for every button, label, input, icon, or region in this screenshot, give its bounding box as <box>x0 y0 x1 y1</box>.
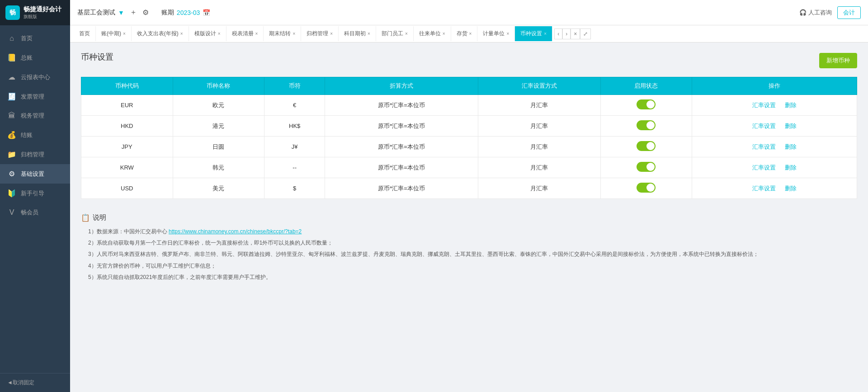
toggle-0[interactable] <box>637 99 656 109</box>
tab-close-unit[interactable]: × <box>506 31 509 36</box>
tab-currency[interactable]: 币种设置× <box>515 26 552 41</box>
note-link[interactable]: https://www.chinamoney.com.cn/chinese/bk… <box>169 228 302 235</box>
cell-name-0: 欧元 <box>173 95 264 116</box>
tab-close-income[interactable]: × <box>180 31 183 36</box>
cell-rate-method-0: 月汇率 <box>478 95 600 116</box>
sidebar-item-guide[interactable]: 🔰 新手引导 <box>0 184 70 203</box>
toggle-circle-3 <box>646 163 655 171</box>
toggle-3[interactable] <box>637 162 656 172</box>
tab-close-balance[interactable]: × <box>123 31 126 36</box>
settings-icon[interactable]: ⚙ <box>142 8 149 17</box>
sidebar-label-archive: 归档管理 <box>21 151 44 159</box>
table-header-cell: 折算方式 <box>325 77 478 95</box>
tabbar: 首页账(中期)×收入支出表(年报)×模版设计×税表清册×期末结转×归档管理×科目… <box>70 25 868 43</box>
tab-close-all-btn[interactable]: × <box>571 28 580 39</box>
tab-close-currency[interactable]: × <box>544 31 547 36</box>
sidebar-item-checkout[interactable]: 💰 结账 <box>0 125 70 145</box>
tab-close-partner[interactable]: × <box>443 31 445 36</box>
cell-enabled-4[interactable] <box>600 178 692 199</box>
tab-close-period_end[interactable]: × <box>292 31 295 36</box>
cell-name-2: 日圆 <box>173 137 264 157</box>
rate-setting-link-3[interactable]: 汇率设置 <box>752 164 776 171</box>
cell-rate-method-1: 月汇率 <box>478 116 600 137</box>
toggle-circle-4 <box>646 184 655 192</box>
cell-enabled-2[interactable] <box>600 137 692 157</box>
tab-unit[interactable]: 计量单位× <box>477 26 515 41</box>
note-header: 📋 说明 <box>81 213 857 222</box>
cell-enabled-1[interactable] <box>600 116 692 137</box>
tab-partner[interactable]: 往来单位× <box>414 26 451 41</box>
tab-label-stock: 存货 <box>457 30 467 38</box>
pin-label: ◄取消固定 <box>7 379 34 387</box>
toggle-1[interactable] <box>637 120 656 130</box>
tab-stock[interactable]: 存货× <box>451 26 478 41</box>
content-area: 币种设置 新增币种 币种代码币种名称币符折算方式汇率设置方式启用状态操作 EUR… <box>70 43 868 392</box>
tabbar-nav-controls: ‹ › × ⤢ <box>554 28 591 39</box>
sidebar-icon-guide: 🔰 <box>7 189 16 198</box>
tab-template[interactable]: 模版设计× <box>189 26 226 41</box>
add-icon[interactable]: ＋ <box>130 8 137 17</box>
sidebar-item-ledger[interactable]: 📒 总账 <box>0 48 70 67</box>
main-area: 基层工会测试 ▼ ＋ ⚙ 账期 2023-03 📅 🎧 人工咨询 会计 首页账(… <box>70 0 868 392</box>
rate-setting-link-0[interactable]: 汇率设置 <box>752 102 776 109</box>
table-header-cell: 币符 <box>264 77 325 95</box>
logo-area: 畅 畅捷通好会计 旗舰版 <box>0 0 70 25</box>
sidebar-icon-settings: ⚙ <box>7 170 16 178</box>
tab-archive[interactable]: 归档管理× <box>301 26 339 41</box>
delete-link-1[interactable]: 删除 <box>785 123 797 129</box>
calendar-icon[interactable]: 📅 <box>203 9 210 16</box>
cell-name-4: 美元 <box>173 178 264 199</box>
sidebar-item-reports[interactable]: ☁ 云报表中心 <box>0 67 70 87</box>
sidebar-icon-checkout: 💰 <box>7 131 16 139</box>
tab-expand-btn[interactable]: ⤢ <box>580 28 591 39</box>
tab-close-template[interactable]: × <box>218 31 221 36</box>
delete-link-3[interactable]: 删除 <box>785 164 797 171</box>
sidebar-footer-pin[interactable]: ◄取消固定 <box>0 373 70 392</box>
rate-setting-link-1[interactable]: 汇率设置 <box>752 123 776 129</box>
delete-link-0[interactable]: 删除 <box>785 102 797 109</box>
tab-close-stock[interactable]: × <box>469 31 472 36</box>
sidebar-item-settings[interactable]: ⚙ 基础设置 <box>0 164 70 184</box>
cell-enabled-3[interactable] <box>600 157 692 178</box>
company-selector[interactable]: 基层工会测试 ▼ <box>77 9 124 17</box>
cell-symbol-4: $ <box>264 178 325 199</box>
tab-period_end[interactable]: 期末结转× <box>264 26 301 41</box>
table-header: 币种代码币种名称币符折算方式汇率设置方式启用状态操作 <box>81 77 857 95</box>
delete-link-4[interactable]: 删除 <box>785 185 797 192</box>
toggle-2[interactable] <box>637 141 656 151</box>
tab-close-dept[interactable]: × <box>405 31 408 36</box>
sidebar-label-invoice: 发票管理 <box>21 93 44 101</box>
sidebar-item-tax[interactable]: 🏛 税务管理 <box>0 106 70 125</box>
rate-setting-link-4[interactable]: 汇率设置 <box>752 185 776 192</box>
new-currency-button[interactable]: 新增币种 <box>819 53 857 68</box>
tab-balance[interactable]: 账(中期)× <box>96 26 132 41</box>
sidebar-label-settings: 基础设置 <box>21 170 44 178</box>
sidebar-item-invoice[interactable]: 🧾 发票管理 <box>0 87 70 106</box>
tab-label-dept: 部门员工 <box>382 30 403 38</box>
sidebar-label-home: 首页 <box>21 34 33 43</box>
sidebar-icon-reports: ☁ <box>7 73 16 81</box>
cell-symbol-0: € <box>264 95 325 116</box>
tab-close-archive[interactable]: × <box>330 31 333 36</box>
accounting-btn[interactable]: 会计 <box>837 6 861 19</box>
tab-income[interactable]: 收入支出表(年报)× <box>132 26 189 41</box>
tab-label-income: 收入支出表(年报) <box>137 30 179 38</box>
cell-enabled-0[interactable] <box>600 95 692 116</box>
toggle-4[interactable] <box>637 183 656 193</box>
tab-tax[interactable]: 税表清册× <box>226 26 264 41</box>
tab-home[interactable]: 首页 <box>74 26 96 41</box>
delete-link-2[interactable]: 删除 <box>785 143 797 150</box>
tab-subject[interactable]: 科目期初× <box>339 26 376 41</box>
sidebar-item-archive[interactable]: 📁 归档管理 <box>0 145 70 164</box>
help-button[interactable]: 🎧 人工咨询 <box>799 9 832 17</box>
cell-code-4: USD <box>81 178 173 199</box>
tab-dept[interactable]: 部门员工× <box>376 26 414 41</box>
tab-prev-btn[interactable]: ‹ <box>554 28 562 39</box>
cell-symbol-3: -- <box>264 157 325 178</box>
sidebar-item-member[interactable]: V 畅会员 <box>0 203 70 222</box>
sidebar-item-home[interactable]: ⌂ 首页 <box>0 29 70 48</box>
tab-close-tax[interactable]: × <box>255 31 258 36</box>
rate-setting-link-2[interactable]: 汇率设置 <box>752 143 776 150</box>
tab-next-btn[interactable]: › <box>562 28 571 39</box>
tab-close-subject[interactable]: × <box>368 31 370 36</box>
